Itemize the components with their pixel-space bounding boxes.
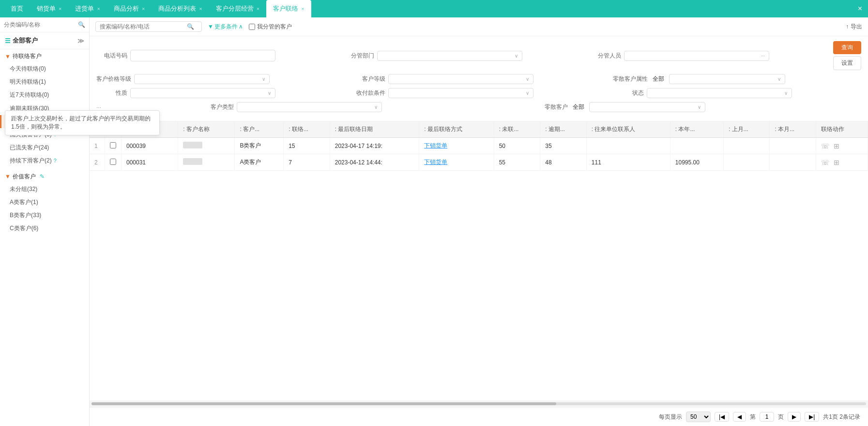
phone-label: 电话号码 bbox=[96, 52, 127, 60]
more-conditions-btn[interactable]: ▼ 更多条件 ∧ bbox=[208, 23, 243, 31]
row-1-last-month bbox=[723, 138, 770, 154]
row-2-grid-icon[interactable]: ⊞ bbox=[834, 159, 839, 166]
nature-select[interactable]: ∨ bbox=[130, 88, 275, 98]
value-customers-group[interactable]: ▼ 价值客户 ✎ bbox=[0, 170, 89, 183]
retail-attr-select[interactable]: ∨ bbox=[669, 74, 785, 84]
col-this-month: : 本月... bbox=[770, 121, 816, 138]
close-product-analysis-list-icon[interactable]: × bbox=[199, 6, 202, 12]
price-level-select[interactable]: ∨ bbox=[134, 74, 270, 84]
prev-page-btn[interactable]: ◀ bbox=[733, 412, 746, 422]
dept-select[interactable]: ∨ bbox=[377, 51, 522, 61]
table-row: 2 000031 A类客户 7 2023-04-12 14:44: 下销货单 5… bbox=[90, 154, 868, 171]
page-number-input[interactable] bbox=[760, 412, 774, 422]
sidebar-item-ungroup[interactable]: 未分组(32) bbox=[0, 183, 89, 196]
payment-select[interactable]: ∨ bbox=[388, 88, 533, 98]
row-2-contact-person: 111 bbox=[586, 154, 670, 171]
value-customers-edit-icon[interactable]: ✎ bbox=[40, 173, 45, 180]
pending-contact-group[interactable]: ▼ 待联络客户 bbox=[0, 49, 89, 62]
sidebar-item-keep-down[interactable]: 持续下滑客户(2) ? bbox=[0, 154, 89, 167]
manager-label: 分管人员 bbox=[590, 52, 621, 60]
my-customers-checkbox[interactable] bbox=[249, 24, 255, 30]
first-page-btn[interactable]: |◀ bbox=[715, 412, 729, 422]
page-label: 第 bbox=[750, 413, 756, 421]
table-row: 1 000039 B类客户 15 2023-04-17 14:19: 下销货单 … bbox=[90, 138, 868, 154]
phone-input[interactable] bbox=[130, 50, 275, 61]
value-group-arrow-icon: ▼ bbox=[5, 173, 11, 180]
sidebar-item-a-class[interactable]: A类客户(1) bbox=[0, 196, 89, 209]
row-2-method-link[interactable]: 下销货单 bbox=[424, 159, 447, 165]
row-1-grid-icon[interactable]: ⊞ bbox=[834, 142, 839, 150]
customer-level-select[interactable]: ∨ bbox=[388, 74, 533, 84]
nav-sales-order[interactable]: 销货单 × bbox=[30, 0, 68, 17]
close-sales-order-icon[interactable]: × bbox=[59, 6, 61, 12]
query-button[interactable]: 查询 bbox=[833, 41, 861, 54]
close-all-tabs-icon[interactable]: × bbox=[858, 4, 862, 13]
nav-product-analysis-list[interactable]: 商品分析列表 × bbox=[152, 0, 209, 17]
filter-cell-nature: 性质 ∨ bbox=[96, 88, 345, 98]
customer-level-chevron-icon: ∨ bbox=[526, 76, 529, 82]
sidebar-item-c-class[interactable]: C类客户(6) bbox=[0, 222, 89, 235]
filter-top-bar: 🔍 ▼ 更多条件 ∧ 我分管的客户 ↑ 导出 bbox=[90, 17, 868, 36]
row-1-last-method[interactable]: 下销货单 bbox=[419, 138, 494, 154]
col-customer-type: : 客户... bbox=[235, 121, 284, 138]
close-purchase-order-icon[interactable]: × bbox=[97, 6, 100, 12]
retail-customer-label: 零散客户 bbox=[537, 103, 568, 111]
horizontal-scrollbar[interactable] bbox=[90, 400, 868, 407]
next-page-btn[interactable]: ▶ bbox=[788, 412, 801, 422]
col-unlinked: : 未联... bbox=[494, 121, 540, 138]
sidebar-fold-icon[interactable]: ≫ bbox=[77, 37, 84, 44]
sidebar-item-today-contact[interactable]: 今天待联络(0) bbox=[0, 62, 89, 75]
close-product-analysis-icon[interactable]: × bbox=[142, 6, 145, 12]
row-1-name-placeholder bbox=[183, 142, 202, 148]
sidebar-item-tomorrow-contact[interactable]: 明天待联络(1) bbox=[0, 75, 89, 88]
filter-search-input[interactable] bbox=[100, 23, 187, 30]
row-2-phone-icon[interactable]: ☏ bbox=[821, 159, 830, 166]
row-2-last-method[interactable]: 下销货单 bbox=[419, 154, 494, 171]
row-2-contact-count: 7 bbox=[284, 154, 330, 171]
row-1-overdue: 35 bbox=[540, 138, 587, 154]
nav-home[interactable]: 首页 bbox=[4, 0, 30, 17]
sidebar-item-7days-contact[interactable]: 近7天待联络(0) bbox=[0, 88, 89, 102]
row-1-name bbox=[178, 138, 235, 154]
nav-purchase-order[interactable]: 进货单 × bbox=[68, 0, 107, 17]
filter-search-icon[interactable]: 🔍 bbox=[187, 23, 194, 30]
row-1-this-month bbox=[770, 138, 816, 154]
row-2-checkbox[interactable] bbox=[110, 159, 116, 165]
my-customers-filter[interactable]: 我分管的客户 bbox=[249, 23, 292, 31]
col-last-month: : 上月... bbox=[723, 121, 770, 138]
customer-type-select[interactable]: ∨ bbox=[237, 102, 382, 112]
row-1-contact-person bbox=[586, 138, 670, 154]
last-page-btn[interactable]: ▶| bbox=[805, 412, 819, 422]
close-customer-tiered-icon[interactable]: × bbox=[257, 6, 259, 12]
sidebar-item-b-class[interactable]: B类客户(33) bbox=[0, 209, 89, 222]
row-checkbox-1[interactable] bbox=[105, 138, 122, 154]
col-last-contact-method: : 最后联络方式 bbox=[419, 121, 494, 138]
pending-group-arrow-icon: ▼ bbox=[5, 53, 11, 60]
filter-cell-retail-attr: 零散客户属性 全部 ∨ bbox=[613, 74, 861, 84]
filter-row-1: 电话号码 分管部门 ∨ 分管人员 ··· bbox=[96, 41, 861, 70]
dept-label: 分管部门 bbox=[343, 52, 374, 60]
status-select[interactable]: ∨ bbox=[647, 88, 792, 98]
export-icon: ↑ bbox=[846, 23, 849, 30]
nav-product-analysis[interactable]: 商品分析 × bbox=[107, 0, 152, 17]
close-customer-contact-icon[interactable]: × bbox=[301, 6, 304, 12]
retail-customer-select[interactable]: ∨ bbox=[589, 102, 705, 112]
settings-button[interactable]: 设置 bbox=[833, 56, 861, 70]
row-1-method-link[interactable]: 下销货单 bbox=[424, 142, 447, 149]
nav-customer-contact[interactable]: 客户联络 × bbox=[266, 0, 311, 17]
manager-select[interactable]: ··· bbox=[624, 51, 769, 61]
sidebar-search-input[interactable] bbox=[4, 21, 78, 28]
row-1-checkbox[interactable] bbox=[110, 142, 116, 148]
sidebar-search-icon[interactable]: 🔍 bbox=[78, 21, 85, 28]
pagination-bar: 每页显示 50 20 100 |◀ ◀ 第 页 ▶ ▶| 共1页 2条记录 bbox=[90, 407, 868, 426]
row-1-phone-icon[interactable]: ☏ bbox=[821, 142, 830, 150]
sidebar-item-already-lost[interactable]: 已流失客户(24) bbox=[0, 141, 89, 154]
row-checkbox-2[interactable] bbox=[105, 154, 122, 171]
filter-cell-phone: 电话号码 bbox=[96, 50, 334, 61]
col-this-year: : 本年... bbox=[670, 121, 723, 138]
row-2-unlinked: 55 bbox=[494, 154, 540, 171]
export-btn[interactable]: ↑ 导出 bbox=[846, 23, 862, 31]
per-page-select[interactable]: 50 20 100 bbox=[686, 411, 711, 422]
nav-customer-tiered[interactable]: 客户分层经营 × bbox=[209, 0, 266, 17]
scroll-thumb[interactable] bbox=[91, 402, 556, 405]
